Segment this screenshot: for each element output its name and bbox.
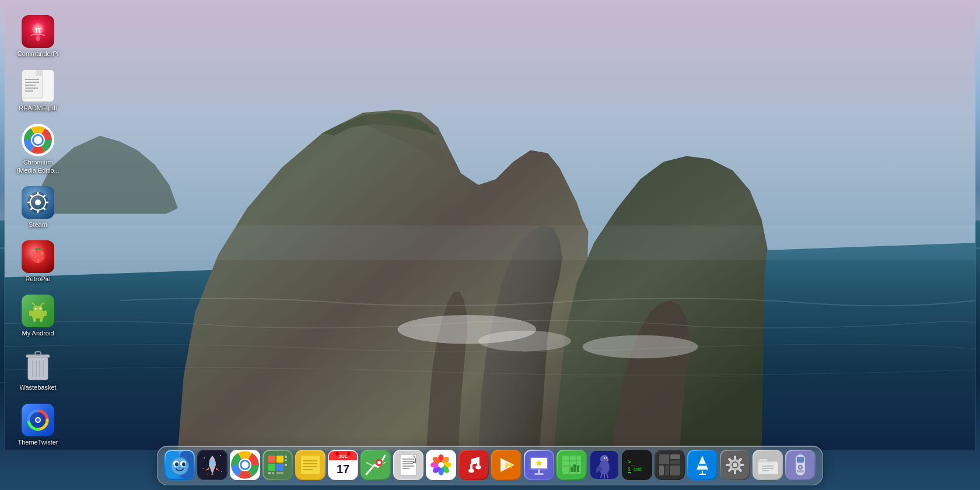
dock-calendar[interactable]: JUL 17: [328, 450, 358, 480]
readme-icon[interactable]: README.pdf: [12, 66, 64, 116]
wastebasket-icon[interactable]: Wastebasket: [12, 345, 64, 395]
svg-point-84: [172, 458, 188, 474]
svg-point-149: [475, 466, 481, 470]
dock-script[interactable]: [393, 450, 424, 480]
dock-chromium-icon: [230, 450, 260, 480]
finder-icon: [164, 450, 195, 480]
files-icon: [752, 450, 783, 480]
dock-notes[interactable]: [295, 450, 326, 480]
svg-rect-181: [665, 466, 669, 475]
dock-chromium[interactable]: [230, 450, 260, 480]
svg-rect-165: [573, 464, 576, 472]
svg-rect-67: [28, 358, 48, 380]
svg-rect-36: [27, 201, 31, 203]
svg-rect-106: [285, 456, 287, 458]
svg-rect-191: [734, 456, 736, 460]
svg-point-92: [204, 457, 205, 459]
dock-mosaic[interactable]: [654, 450, 685, 480]
svg-point-61: [32, 303, 34, 304]
svg-rect-104: [268, 464, 275, 471]
dock-appstore[interactable]: [687, 450, 718, 480]
svg-text:π: π: [35, 25, 41, 34]
svg-point-51: [41, 257, 43, 258]
themetwister-icon[interactable]: ThemeTwister: [12, 400, 64, 450]
dock-files[interactable]: [752, 450, 783, 480]
svg-point-190: [733, 463, 737, 467]
dock-sysprefs[interactable]: [720, 450, 750, 480]
dock-maps[interactable]: [360, 450, 391, 480]
svg-line-59: [33, 303, 35, 306]
dock-numbers[interactable]: [556, 450, 587, 480]
svg-point-47: [32, 256, 37, 261]
svg-rect-179: [670, 460, 680, 464]
dock-apps[interactable]: [262, 450, 293, 480]
svg-rect-14: [5, 225, 976, 260]
svg-rect-193: [726, 464, 730, 466]
svg-rect-66: [40, 318, 43, 322]
photos-icon: [426, 450, 456, 480]
chromium-label: Chromium (Media Editio...: [15, 159, 61, 174]
svg-rect-175: [628, 472, 631, 473]
svg-rect-145: [460, 451, 488, 479]
retropie-icon[interactable]: RetroPie: [12, 237, 64, 286]
svg-point-207: [799, 466, 802, 468]
svg-rect-110: [272, 472, 274, 474]
android-icon[interactable]: My Android: [12, 291, 64, 341]
svg-point-95: [221, 471, 222, 472]
main-cliff: [0, 0, 980, 451]
svg-rect-35: [37, 209, 39, 213]
commanderpi-image: π: [22, 15, 54, 48]
svg-point-49: [38, 250, 39, 251]
svg-point-122: [335, 452, 339, 456]
android-image: [22, 295, 54, 327]
svg-rect-172: [623, 451, 651, 479]
svg-rect-73: [35, 352, 41, 355]
apps-icon: [262, 450, 293, 480]
svg-rect-192: [734, 470, 736, 474]
chromium-image: [22, 124, 54, 156]
svg-point-57: [35, 308, 37, 310]
commanderpi-icon[interactable]: π CommanderPi: [12, 12, 64, 61]
svg-rect-156: [534, 473, 544, 475]
svg-point-33: [35, 200, 41, 205]
dock-launchpad[interactable]: [197, 450, 228, 480]
svg-rect-194: [740, 464, 744, 466]
svg-rect-65: [33, 318, 36, 322]
svg-rect-155: [538, 470, 540, 473]
mosaic-icon: [654, 450, 685, 480]
svg-rect-205: [797, 457, 804, 463]
svg-rect-102: [268, 456, 275, 463]
svg-rect-166: [577, 466, 579, 472]
themetwister-image: [22, 404, 54, 436]
dock-photos[interactable]: [426, 450, 456, 480]
readme-label: README.pdf: [19, 104, 57, 112]
chromium-icon[interactable]: Chromium (Media Editio...: [12, 120, 64, 177]
dock-finder[interactable]: [164, 450, 195, 480]
svg-point-52: [38, 260, 39, 261]
launchpad-icon: [197, 450, 228, 480]
wastebasket-label: Wastebasket: [19, 384, 56, 391]
dock-veemote[interactable]: [785, 450, 816, 480]
dock-keynote[interactable]: [524, 450, 554, 480]
svg-point-44: [39, 251, 44, 256]
svg-point-93: [220, 455, 221, 456]
svg-point-87: [175, 463, 178, 467]
maps-icon: [360, 450, 391, 480]
desktop-icons: π CommanderPi README.pdf: [12, 12, 64, 450]
steam-icon[interactable]: Steam: [12, 183, 64, 232]
svg-point-127: [377, 461, 381, 464]
svg-point-208: [797, 470, 799, 473]
svg-point-50: [41, 253, 43, 254]
dock-music[interactable]: [459, 450, 489, 480]
svg-point-100: [242, 461, 249, 468]
svg-rect-105: [276, 464, 284, 471]
infuse-icon: [491, 450, 522, 480]
notes-icon: [295, 450, 326, 480]
dock-terminal[interactable]: >_ $ cmd: [622, 450, 652, 480]
wallpaper: [0, 0, 980, 490]
dock-parrots[interactable]: [589, 450, 620, 480]
svg-rect-63: [29, 310, 32, 316]
dock-infuse[interactable]: [491, 450, 522, 480]
retropie-label: RetroPie: [26, 275, 51, 283]
svg-rect-107: [285, 459, 287, 461]
